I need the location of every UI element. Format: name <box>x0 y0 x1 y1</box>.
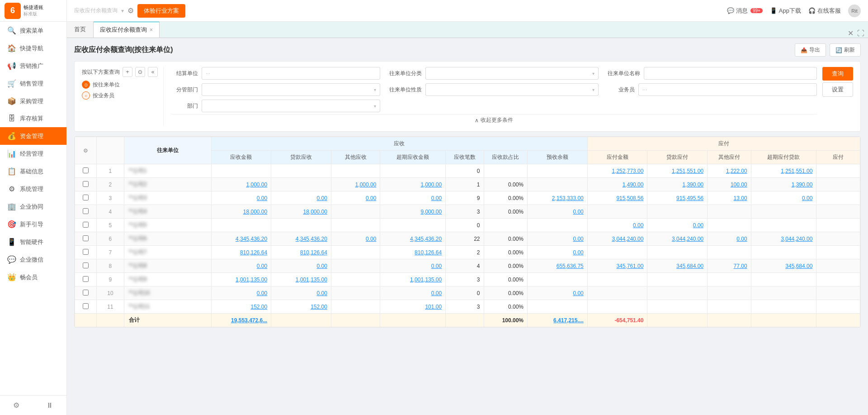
app-download-button[interactable]: 📱 App下载 <box>770 7 801 15</box>
user-profile[interactable]: Rit <box>848 5 861 17</box>
row-checkbox[interactable] <box>83 249 89 255</box>
marketing-icon: 📢 <box>7 62 16 70</box>
yf-dk-header: 贷款应付 <box>647 151 708 164</box>
row-number-header <box>97 137 124 164</box>
filter-field-dept: 分管部门 ▾ <box>171 83 380 96</box>
partner-nature-input[interactable]: ▾ <box>425 83 599 96</box>
salesman-label: 业务员 <box>608 86 635 94</box>
partner-cell: **公司4 <box>124 205 211 219</box>
tab-maximize-icon[interactable]: ⛶ <box>857 29 864 38</box>
sidebar-item-operation[interactable]: 📊 经营管理 <box>0 145 66 162</box>
export-icon: 📤 <box>801 47 807 53</box>
sidebar-item-newbie[interactable]: 🎯 新手引导 <box>0 215 66 233</box>
operation-icon: 📊 <box>7 149 16 158</box>
sidebar-nav: 🔍 搜索菜单 🏠 快捷导航 📢 营销推广 🛒 销售管理 📦 采购管理 🗄 库存核… <box>0 22 66 395</box>
row-checkbox[interactable] <box>83 181 89 187</box>
tab-close-window-icon[interactable]: ✕ <box>848 29 854 38</box>
industry-solution-button[interactable]: 体验行业方案 <box>137 4 185 18</box>
dept-label: 分管部门 <box>171 86 198 94</box>
setting-button[interactable]: 设置 <box>822 82 853 97</box>
user-avatar: Rit <box>848 5 861 17</box>
sidebar-item-quicknav[interactable]: 🏠 快捷导航 <box>0 39 66 57</box>
sidebar-item-purchase[interactable]: 📦 采购管理 <box>0 92 66 110</box>
table-settings-icon[interactable]: ⚙ <box>83 148 88 154</box>
settings-col-header[interactable]: ⚙ <box>75 137 97 164</box>
partner-category-input[interactable]: ▾ <box>425 67 599 80</box>
collapse-sidebar-icon[interactable]: ⏸ <box>42 400 57 411</box>
sidebar-item-hardware[interactable]: 📱 智能硬件 <box>0 233 66 251</box>
tab-home[interactable]: 首页 <box>67 21 94 38</box>
footer-ys-je[interactable]: 19,553,472,6... <box>211 314 271 327</box>
sidebar-item-member[interactable]: 👑 畅会员 <box>0 268 66 286</box>
query-button[interactable]: 查询 <box>822 67 853 81</box>
dropdown-arrow-icon: ▾ <box>374 87 376 92</box>
row-checkbox[interactable] <box>83 262 89 268</box>
message-label: 消息 <box>736 7 748 15</box>
sidebar-item-sales[interactable]: 🛒 销售管理 <box>0 75 66 92</box>
settings-bottom-icon[interactable]: ⚙ <box>9 399 23 411</box>
yf-cq-header: 超期应付贷款 <box>751 151 816 164</box>
message-button[interactable]: 💬 消息 99+ <box>727 7 763 15</box>
row-checkbox[interactable] <box>83 222 89 228</box>
row-checkbox[interactable] <box>83 303 89 309</box>
partner-cell: **公司11 <box>124 300 211 314</box>
sidebar-item-label: 采购管理 <box>20 97 43 105</box>
row-checkbox[interactable] <box>83 290 89 296</box>
row-checkbox[interactable] <box>83 235 89 241</box>
scheme-option-by-salesman[interactable]: ○ 按业务员 <box>82 91 158 100</box>
footer-label: 合计 <box>124 314 211 327</box>
table-row: 8**公司80.000.000.0040.00%655,636.75345,76… <box>75 259 860 273</box>
hardware-icon: 📱 <box>7 238 16 246</box>
scheme-option-label: 按往来单位 <box>93 81 120 89</box>
footer-ys-yy[interactable]: 6,417,215.... <box>528 314 588 327</box>
dropdown-arrow-icon: ▾ <box>374 104 376 109</box>
wechat-icon: 💬 <box>7 255 16 264</box>
scheme-option-by-partner[interactable]: ⊙ 按往来单位 <box>82 81 158 89</box>
headset-icon: 🎧 <box>808 7 816 14</box>
add-scheme-button[interactable]: + <box>123 67 132 77</box>
partner-nature-label: 往来单位性质 <box>389 86 422 94</box>
filter-field-partner-name: 往来单位名称 <box>608 67 817 80</box>
sidebar-item-inventory[interactable]: 🗄 库存核算 <box>0 110 66 127</box>
filter-field-sub-dept: 部门 ▾ <box>171 100 380 112</box>
scheme-option-label: 按业务员 <box>93 92 114 100</box>
sidebar-item-search[interactable]: 🔍 搜索菜单 <box>0 22 66 39</box>
tab-active[interactable]: 应收应付余额查询 × <box>94 21 160 38</box>
sidebar-item-finance[interactable]: 💰 资金管理 <box>0 127 66 145</box>
row-checkbox[interactable] <box>83 195 89 200</box>
sidebar-item-corp[interactable]: 🏢 企业协同 <box>0 198 66 215</box>
sidebar-item-wechat[interactable]: 💬 企业微信 <box>0 251 66 268</box>
sub-dept-input[interactable]: ▾ <box>202 100 380 112</box>
tab-close-icon[interactable]: × <box>150 27 153 33</box>
sidebar-item-label: 经营管理 <box>20 150 43 158</box>
filter-fields: 结算单位 ··· 往来单位分类 ▾ <box>171 67 817 126</box>
sidebar-item-system[interactable]: ⚙ 系统管理 <box>0 180 66 198</box>
dept-input[interactable]: ▾ <box>202 83 380 96</box>
edit-scheme-button[interactable]: ⊙ <box>135 67 145 77</box>
scheme-active-icon: ⊙ <box>82 81 90 89</box>
collapse-scheme-button[interactable]: « <box>148 67 158 77</box>
sidebar-item-marketing[interactable]: 📢 营销推广 <box>0 57 66 75</box>
dropdown-arrow-icon[interactable]: ▾ <box>121 8 124 14</box>
sub-dept-label: 部门 <box>171 102 198 110</box>
row-checkbox[interactable] <box>83 167 89 173</box>
sidebar-item-basic[interactable]: 📋 基础信息 <box>0 162 66 180</box>
collapse-conditions-button[interactable]: ∧ 收起更多条件 <box>171 114 817 126</box>
sidebar-item-label: 基础信息 <box>20 167 43 176</box>
footer-ys-zb: 100.00% <box>484 314 527 327</box>
yf-je-header: 应付金额 <box>587 151 647 164</box>
online-service-button[interactable]: 🎧 在线客服 <box>808 7 841 15</box>
partner-cell: **公司3 <box>124 191 211 205</box>
home-icon: 🏠 <box>7 44 16 52</box>
row-checkbox[interactable] <box>83 276 89 282</box>
filter-scheme-panel: 按以下方案查询 + ⊙ « ⊙ 按往来单位 ○ 按业务员 <box>82 67 164 126</box>
tabbar: 首页 应收应付余额查询 × ✕ ⛶ <box>67 22 868 38</box>
partner-name-input[interactable] <box>644 67 817 80</box>
topbar-gear-icon[interactable]: ⚙ <box>127 6 134 15</box>
refresh-button[interactable]: 🔄 刷新 <box>830 43 861 57</box>
table-row: 4**公司418,000.0018,000.009,000.0030.00%0.… <box>75 205 860 219</box>
export-button[interactable]: 📤 导出 <box>795 43 826 57</box>
salesman-input[interactable]: ··· <box>638 83 817 96</box>
row-checkbox[interactable] <box>83 208 89 214</box>
settlement-input[interactable]: ··· <box>202 67 380 80</box>
